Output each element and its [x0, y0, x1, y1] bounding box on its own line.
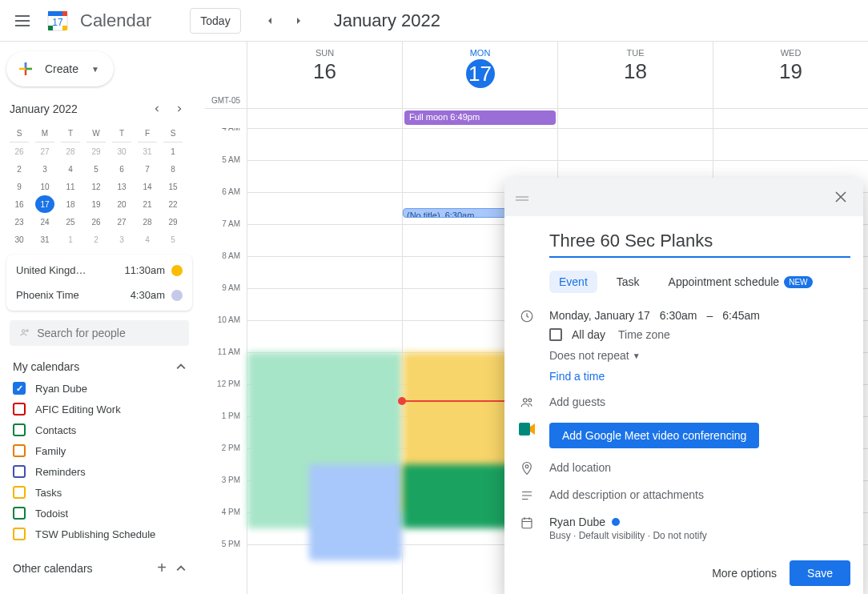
save-button[interactable]: Save: [790, 560, 850, 586]
mini-day-cell[interactable]: 9: [10, 178, 29, 195]
all-day-checkbox[interactable]: [549, 328, 562, 341]
mini-day-cell[interactable]: 6: [112, 160, 131, 178]
calendar-item[interactable]: Ryan Dube: [10, 378, 189, 399]
mini-day-cell[interactable]: 30: [112, 142, 131, 160]
calendar-item[interactable]: Contacts: [10, 419, 189, 440]
end-time[interactable]: 6:45am: [722, 309, 760, 322]
allday-cell[interactable]: Full moon 6:49pm: [402, 109, 557, 128]
mini-day-cell[interactable]: 8: [163, 160, 183, 178]
calendar-item[interactable]: TSW Publishing Schedule: [10, 524, 189, 544]
mini-day-cell[interactable]: 25: [61, 213, 80, 231]
allday-event[interactable]: Full moon 6:49pm: [404, 110, 556, 125]
calendar-checkbox[interactable]: [13, 465, 26, 478]
drag-handle-icon[interactable]: [514, 196, 530, 198]
next-week-button[interactable]: [286, 8, 311, 34]
add-guests-field[interactable]: Add guests: [549, 395, 850, 408]
mini-day-cell[interactable]: 4: [61, 160, 80, 178]
mini-prev-button[interactable]: [147, 99, 167, 118]
other-calendars-toggle[interactable]: Other calendars +: [10, 554, 189, 582]
timezone-link[interactable]: Time zone: [618, 328, 670, 341]
mini-next-button[interactable]: [170, 99, 189, 118]
mini-day-cell[interactable]: 20: [112, 195, 131, 213]
mini-day-cell[interactable]: 1: [163, 142, 183, 160]
day-header[interactable]: MON17: [402, 42, 557, 108]
calendar-checkbox[interactable]: [13, 507, 26, 520]
mini-day-cell[interactable]: 12: [86, 178, 106, 195]
mini-day-cell[interactable]: 18: [61, 195, 80, 213]
mini-day-cell[interactable]: 29: [86, 142, 106, 160]
mini-day-cell[interactable]: 15: [163, 178, 183, 195]
allday-cell[interactable]: [247, 109, 402, 128]
mini-day-cell[interactable]: 4: [138, 231, 157, 248]
mini-day-cell[interactable]: 5: [86, 160, 106, 178]
mini-day-cell[interactable]: 26: [86, 213, 106, 231]
visibility-status[interactable]: Busy · Default visibility · Do not notif…: [549, 530, 850, 541]
mini-day-cell[interactable]: 10: [35, 178, 54, 195]
mini-day-cell[interactable]: 1: [61, 231, 80, 248]
calendar-checkbox[interactable]: [13, 403, 26, 415]
day-header[interactable]: WED19: [713, 42, 868, 108]
allday-cell[interactable]: [713, 109, 868, 128]
calendar-item[interactable]: Reminders: [10, 461, 189, 482]
my-calendars-toggle[interactable]: My calendars: [10, 355, 189, 378]
calendar-item[interactable]: AFIC Editing Work: [10, 399, 189, 419]
day-column[interactable]: [247, 128, 402, 594]
people-search-input[interactable]: [37, 327, 179, 339]
add-description-field[interactable]: Add description or attachments: [549, 488, 850, 501]
tab-appointment[interactable]: Appointment schedule NEW: [659, 271, 822, 293]
mini-day-cell[interactable]: 22: [163, 195, 183, 213]
add-location-field[interactable]: Add location: [549, 461, 850, 474]
calendar-checkbox[interactable]: [13, 382, 26, 395]
mini-day-cell[interactable]: 26: [10, 142, 29, 160]
calendar-item[interactable]: Family: [10, 440, 189, 461]
mini-day-cell[interactable]: 5: [163, 231, 183, 248]
calendar-checkbox[interactable]: [13, 444, 26, 457]
allday-cell[interactable]: [557, 109, 713, 128]
mini-day-cell[interactable]: 29: [163, 213, 183, 231]
create-button[interactable]: Create ▼: [6, 51, 114, 86]
start-time[interactable]: 6:30am: [660, 309, 697, 322]
calendar-checkbox[interactable]: [13, 528, 26, 540]
calendar-item[interactable]: Todoist: [10, 503, 189, 524]
mini-day-cell[interactable]: 27: [112, 213, 131, 231]
calendar-item[interactable]: Tasks: [10, 482, 189, 503]
people-search[interactable]: [10, 320, 189, 346]
day-header[interactable]: SUN16: [247, 42, 402, 108]
mini-day-cell[interactable]: 31: [138, 142, 157, 160]
more-options-button[interactable]: More options: [712, 567, 777, 580]
mini-day-cell[interactable]: 11: [61, 178, 80, 195]
close-button[interactable]: [828, 184, 854, 210]
mini-day-cell[interactable]: 13: [112, 178, 131, 195]
mini-day-cell[interactable]: 14: [138, 178, 157, 195]
prev-week-button[interactable]: [257, 8, 283, 34]
mini-day-cell[interactable]: 31: [35, 231, 54, 248]
day-header[interactable]: TUE18: [557, 42, 713, 108]
mini-day-cell[interactable]: 28: [61, 142, 80, 160]
mini-day-cell[interactable]: 21: [138, 195, 157, 213]
mini-day-cell[interactable]: 3: [35, 160, 54, 178]
today-button[interactable]: Today: [190, 8, 240, 34]
event-date[interactable]: Monday, January 17: [549, 309, 650, 322]
find-time-link[interactable]: Find a time: [549, 370, 850, 383]
mini-day-cell[interactable]: 27: [35, 142, 54, 160]
event-title-input[interactable]: [549, 226, 850, 258]
mini-day-cell[interactable]: 7: [138, 160, 157, 178]
mini-day-cell[interactable]: 17: [35, 195, 54, 213]
mini-day-cell[interactable]: 23: [10, 213, 29, 231]
add-meet-button[interactable]: Add Google Meet video conferencing: [549, 423, 759, 448]
mini-day-cell[interactable]: 30: [10, 231, 29, 248]
mini-day-cell[interactable]: 2: [86, 231, 106, 248]
tab-task[interactable]: Task: [607, 271, 649, 293]
mini-day-cell[interactable]: 16: [10, 195, 29, 213]
mini-day-cell[interactable]: 28: [138, 213, 157, 231]
mini-day-cell[interactable]: 19: [86, 195, 106, 213]
calendar-checkbox[interactable]: [13, 486, 26, 499]
menu-button[interactable]: [6, 5, 38, 37]
mini-day-cell[interactable]: 3: [112, 231, 131, 248]
add-calendar-button[interactable]: +: [157, 559, 167, 577]
calendar-checkbox[interactable]: [13, 423, 26, 436]
tab-event[interactable]: Event: [549, 271, 597, 293]
mini-day-cell[interactable]: 2: [10, 160, 29, 178]
repeat-dropdown[interactable]: Does not repeat: [549, 349, 629, 362]
mini-day-cell[interactable]: 24: [35, 213, 54, 231]
